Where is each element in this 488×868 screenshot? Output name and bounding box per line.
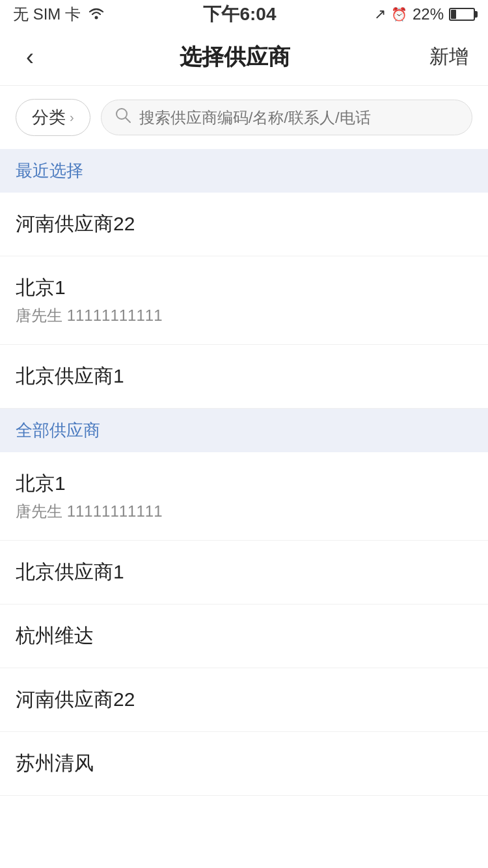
- battery-icon: [449, 8, 475, 21]
- battery-percent: 22%: [413, 5, 444, 23]
- category-button[interactable]: 分类 ›: [16, 99, 90, 136]
- list-item[interactable]: 北京供应商1: [0, 345, 488, 409]
- svg-line-2: [126, 118, 130, 122]
- search-icon: [115, 107, 131, 128]
- list-item[interactable]: 河南供应商22: [0, 668, 488, 732]
- list-item[interactable]: 北京供应商1: [0, 541, 488, 604]
- status-time: 下午6:04: [203, 2, 276, 27]
- list-item[interactable]: 杭州维达: [0, 604, 488, 668]
- search-input[interactable]: [139, 109, 459, 127]
- item-name: 北京1: [16, 275, 472, 301]
- list-item[interactable]: 河南供应商22: [0, 193, 488, 256]
- category-label: 分类: [32, 106, 66, 129]
- svg-point-0: [95, 16, 98, 20]
- status-bar: 无 SIM 卡 下午6:04 ↗ ⏰ 22%: [0, 0, 488, 29]
- add-button[interactable]: 新增: [429, 44, 468, 70]
- all-section-label: 全部供应商: [16, 420, 100, 440]
- item-name: 北京1: [16, 470, 472, 497]
- item-name: 杭州维达: [16, 623, 472, 649]
- item-name: 河南供应商22: [16, 686, 472, 713]
- all-section-header: 全部供应商: [0, 409, 488, 452]
- filter-bar: 分类 ›: [0, 86, 488, 149]
- no-sim-label: 无 SIM 卡: [13, 4, 81, 25]
- item-name: 河南供应商22: [16, 211, 472, 237]
- all-items-list: 北京1唐先生 11111111111北京供应商1杭州维达河南供应商22苏州清风: [0, 452, 488, 796]
- recent-section-label: 最近选择: [16, 161, 83, 180]
- wifi-icon: [87, 5, 105, 23]
- list-item[interactable]: 北京1唐先生 11111111111: [0, 256, 488, 345]
- item-sub: 唐先生 11111111111: [16, 305, 472, 326]
- item-name: 北京供应商1: [16, 559, 472, 586]
- recent-items-list: 河南供应商22北京1唐先生 11111111111北京供应商1: [0, 193, 488, 409]
- alarm-icon: ⏰: [391, 7, 407, 22]
- list-item[interactable]: 北京1唐先生 11111111111: [0, 452, 488, 541]
- nav-bar: ‹ 选择供应商 新增: [0, 29, 488, 86]
- item-sub: 唐先生 11111111111: [16, 501, 472, 522]
- recent-section-header: 最近选择: [0, 149, 488, 193]
- page-title: 选择供应商: [180, 42, 290, 72]
- item-name: 北京供应商1: [16, 363, 472, 390]
- chevron-right-icon: ›: [70, 110, 74, 125]
- back-button[interactable]: ‹: [20, 37, 40, 77]
- list-item[interactable]: 苏州清风: [0, 732, 488, 796]
- status-left: 无 SIM 卡: [13, 4, 105, 25]
- item-name: 苏州清风: [16, 750, 472, 777]
- status-right: ↗ ⏰ 22%: [374, 5, 475, 23]
- search-box[interactable]: [101, 100, 472, 135]
- location-icon: ↗: [374, 6, 386, 23]
